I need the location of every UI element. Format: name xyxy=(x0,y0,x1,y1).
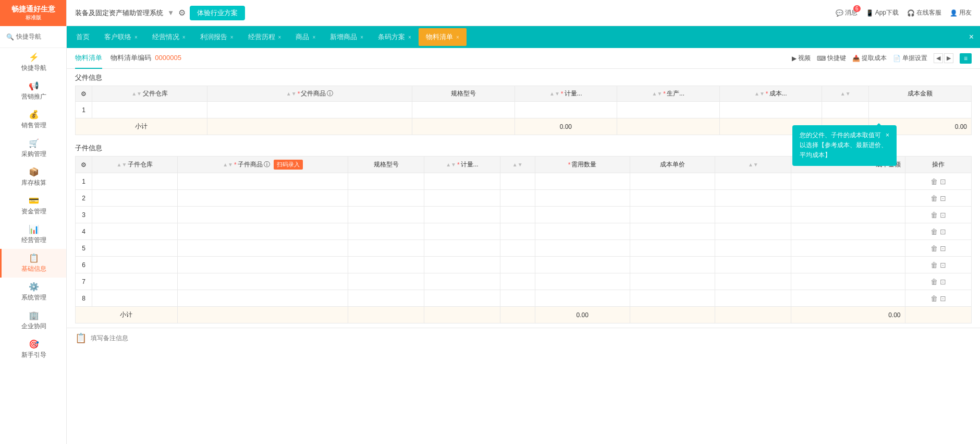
child-spec-cell[interactable] xyxy=(348,257,424,273)
close-all-tabs-button[interactable]: × xyxy=(965,30,978,44)
delete-row-button[interactable]: 🗑 xyxy=(930,177,938,186)
child-product-cell[interactable] xyxy=(177,273,348,290)
child-unit-cost-cell[interactable] xyxy=(630,240,715,257)
sidebar-item-system[interactable]: ⚙️ 系统管理 xyxy=(0,278,66,306)
child-warehouse-cell[interactable] xyxy=(92,273,178,290)
child-spec-cell[interactable] xyxy=(348,173,424,190)
child-unit-cost-cell[interactable] xyxy=(630,273,715,290)
extract-cost-button[interactable]: 📥 提取成本 xyxy=(852,54,887,63)
scan-badge[interactable]: 扫码录入 xyxy=(274,160,303,170)
delete-row-button[interactable]: 🗑 xyxy=(930,211,938,219)
child-product-cell[interactable] xyxy=(177,257,348,273)
settings-button[interactable]: ⚙ xyxy=(178,8,186,18)
child-product-cell[interactable] xyxy=(177,223,348,240)
tab-biz-history-close[interactable]: × xyxy=(278,34,281,40)
tab-products[interactable]: 商品 × xyxy=(288,28,323,46)
child-spec-cell[interactable] xyxy=(348,223,424,240)
child-spec-cell[interactable] xyxy=(348,273,424,290)
copy-row-button[interactable]: ⊡ xyxy=(940,261,946,269)
tab-profit-report[interactable]: 利润报告 × xyxy=(193,28,241,46)
tab-operations-status-close[interactable]: × xyxy=(182,34,186,40)
delete-row-button[interactable]: 🗑 xyxy=(930,294,938,303)
child-spec-cell[interactable] xyxy=(348,240,424,257)
sidebar-item-inventory[interactable]: 📦 库存核算 xyxy=(0,163,66,191)
sub-tab-bom-code[interactable]: 物料清单编码 0000005 xyxy=(111,48,181,69)
child-product-cell[interactable] xyxy=(177,240,348,257)
sidebar-item-purchase[interactable]: 🛒 采购管理 xyxy=(0,134,66,163)
nav-prev-button[interactable]: ◀ xyxy=(934,53,943,63)
copy-row-button[interactable]: ⊡ xyxy=(940,211,946,219)
single-settings-button[interactable]: 📄 单据设置 xyxy=(893,54,927,63)
tab-home[interactable]: 首页 xyxy=(69,28,97,46)
trial-button[interactable]: 体验行业方案 xyxy=(190,6,245,20)
tooltip-close-button[interactable]: × xyxy=(886,130,889,140)
tab-customers[interactable]: 客户联络 × xyxy=(97,28,145,46)
child-unit-cost-cell[interactable] xyxy=(630,290,715,307)
child-unit-cell[interactable] xyxy=(424,257,500,273)
message-button[interactable]: 💬 消息 6 xyxy=(836,8,858,17)
child-product-cell[interactable] xyxy=(177,173,348,190)
child-unit-cost-cell[interactable] xyxy=(630,173,715,190)
child-qty-cell[interactable] xyxy=(535,223,630,240)
tab-operations-status[interactable]: 经营情况 × xyxy=(145,28,193,46)
copy-row-button[interactable]: ⊡ xyxy=(940,278,946,286)
child-product-cell[interactable] xyxy=(177,207,348,223)
child-unit-cost-cell[interactable] xyxy=(630,223,715,240)
child-product-cell[interactable] xyxy=(177,190,348,207)
parent-warehouse-cell[interactable] xyxy=(92,102,207,118)
child-unit-cost-cell[interactable] xyxy=(630,207,715,223)
view-button[interactable]: ▶ 视频 xyxy=(792,54,811,63)
list-view-button[interactable]: ≡ xyxy=(960,53,972,64)
delete-row-button[interactable]: 🗑 xyxy=(930,244,938,253)
child-warehouse-cell[interactable] xyxy=(92,290,178,307)
child-qty-cell[interactable] xyxy=(535,240,630,257)
tab-products-close[interactable]: × xyxy=(312,34,315,40)
child-qty-cell[interactable] xyxy=(535,257,630,273)
tab-new-product[interactable]: 新增商品 × xyxy=(323,28,371,46)
child-warehouse-cell[interactable] xyxy=(92,173,178,190)
child-gear-settings-icon[interactable]: ⚙ xyxy=(81,161,87,169)
copy-row-button[interactable]: ⊡ xyxy=(940,177,946,186)
tab-new-product-close[interactable]: × xyxy=(360,34,363,40)
sidebar-item-basic-info[interactable]: 📋 基础信息 xyxy=(0,249,66,278)
delete-row-button[interactable]: 🗑 xyxy=(930,261,938,269)
sidebar-item-finance[interactable]: 💳 资金管理 xyxy=(0,191,66,220)
delete-row-button[interactable]: 🗑 xyxy=(930,227,938,236)
child-unit-cell[interactable] xyxy=(424,207,500,223)
child-unit-cost-cell[interactable] xyxy=(630,257,715,273)
child-warehouse-cell[interactable] xyxy=(92,223,178,240)
user-button[interactable]: 👤 用友 xyxy=(950,8,972,17)
nav-next-button[interactable]: ▶ xyxy=(944,53,953,63)
child-unit-cell[interactable] xyxy=(424,273,500,290)
tab-barcode-close[interactable]: × xyxy=(408,34,411,40)
child-unit-cell[interactable] xyxy=(424,290,500,307)
parent-unit-cell[interactable] xyxy=(514,102,617,118)
shortcut-button[interactable]: ⌨ 快捷键 xyxy=(817,54,846,63)
child-warehouse-cell[interactable] xyxy=(92,207,178,223)
tab-barcode[interactable]: 条码方案 × xyxy=(371,28,419,46)
child-qty-cell[interactable] xyxy=(535,207,630,223)
child-unit-cell[interactable] xyxy=(424,173,500,190)
copy-row-button[interactable]: ⊡ xyxy=(940,294,946,303)
child-spec-cell[interactable] xyxy=(348,207,424,223)
child-qty-cell[interactable] xyxy=(535,273,630,290)
child-spec-cell[interactable] xyxy=(348,290,424,307)
copy-row-button[interactable]: ⊡ xyxy=(940,194,946,202)
child-warehouse-cell[interactable] xyxy=(92,257,178,273)
sub-tab-bom-list[interactable]: 物料清单 xyxy=(75,48,102,69)
child-unit-cell[interactable] xyxy=(424,190,500,207)
system-dropdown-button[interactable]: ▼ xyxy=(167,9,174,17)
child-warehouse-cell[interactable] xyxy=(92,190,178,207)
tab-bom-close[interactable]: × xyxy=(456,34,459,40)
child-spec-cell[interactable] xyxy=(348,190,424,207)
parent-spec-cell[interactable] xyxy=(412,102,515,118)
online-service-button[interactable]: 🎧 在线客服 xyxy=(907,8,941,17)
app-download-button[interactable]: 📱 App下载 xyxy=(866,8,899,17)
tab-profit-report-close[interactable]: × xyxy=(230,34,234,40)
child-unit-cell[interactable] xyxy=(424,240,500,257)
parent-prod-cell[interactable] xyxy=(617,102,720,118)
delete-row-button[interactable]: 🗑 xyxy=(930,194,938,202)
gear-settings-icon[interactable]: ⚙ xyxy=(81,90,87,98)
sidebar-item-operations[interactable]: 📊 经营管理 xyxy=(0,220,66,249)
child-qty-cell[interactable] xyxy=(535,173,630,190)
